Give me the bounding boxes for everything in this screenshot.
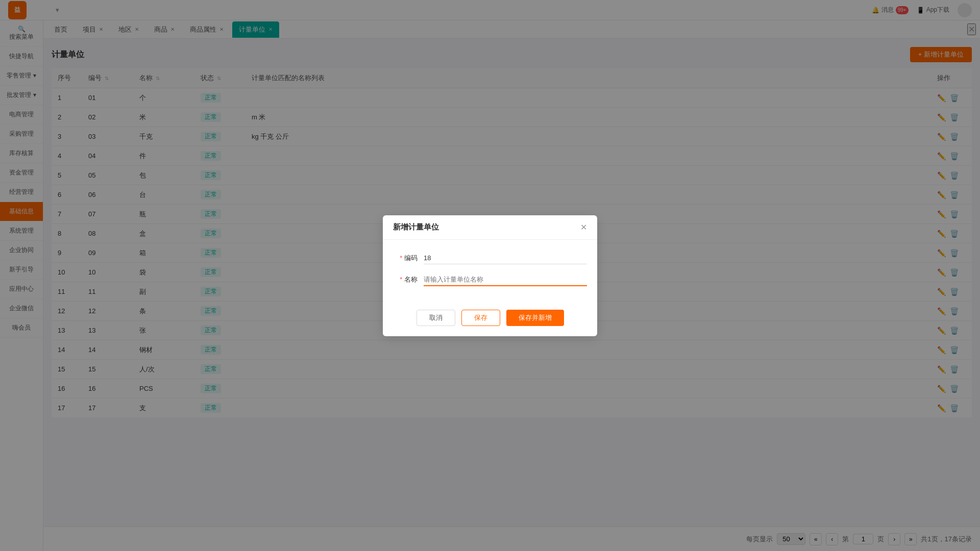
form-row-name: 名称 [393, 273, 587, 286]
modal-footer: 取消 保存 保存并新增 [383, 304, 597, 336]
name-label: 名称 [393, 275, 424, 284]
modal: 新增计量单位 ✕ 编码 名称 取消 保存 保存并新增 [383, 215, 597, 336]
modal-header: 新增计量单位 ✕ [383, 215, 597, 240]
cancel-button[interactable]: 取消 [416, 310, 455, 326]
name-input[interactable] [424, 273, 587, 286]
code-label: 编码 [393, 254, 424, 263]
modal-body: 编码 名称 [383, 240, 597, 304]
save-add-button[interactable]: 保存并新增 [506, 310, 564, 326]
form-row-code: 编码 [393, 252, 587, 264]
modal-title: 新增计量单位 [393, 222, 439, 232]
modal-close-btn[interactable]: ✕ [580, 222, 587, 232]
save-button[interactable]: 保存 [461, 310, 500, 326]
code-input[interactable] [424, 252, 587, 264]
modal-overlay[interactable]: 新增计量单位 ✕ 编码 名称 取消 保存 保存并新增 [0, 0, 980, 551]
